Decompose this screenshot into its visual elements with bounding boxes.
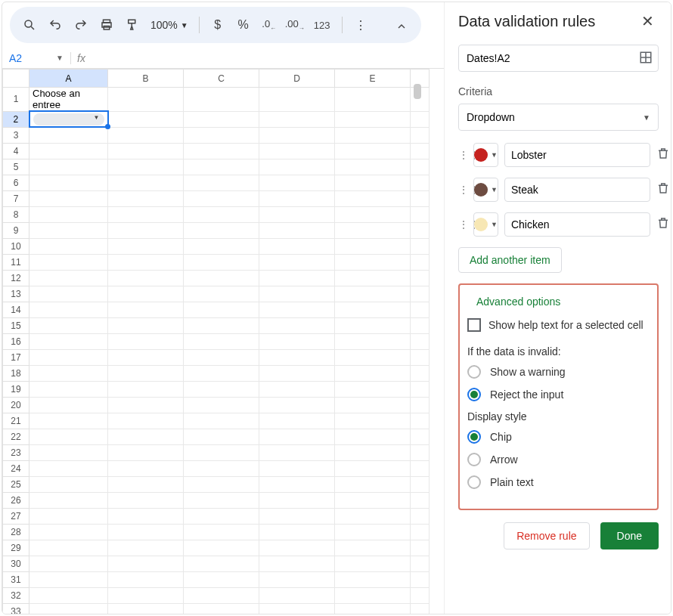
cell[interactable]: Choose an entree xyxy=(29,88,108,112)
cell[interactable] xyxy=(335,365,411,381)
cell[interactable] xyxy=(108,111,184,127)
item-label-input[interactable] xyxy=(504,143,650,167)
cell[interactable] xyxy=(29,365,108,381)
cell[interactable] xyxy=(259,413,335,429)
collapse-toolbar-icon[interactable] xyxy=(391,16,412,37)
column-header[interactable]: B xyxy=(108,70,184,88)
cell[interactable] xyxy=(335,603,411,614)
cell[interactable] xyxy=(29,159,108,175)
cell[interactable] xyxy=(259,88,335,112)
cell[interactable] xyxy=(184,508,259,524)
row-header[interactable]: 22 xyxy=(3,429,29,444)
radio-icon[interactable] xyxy=(467,388,481,401)
cell[interactable] xyxy=(184,238,259,254)
cell[interactable] xyxy=(29,333,108,349)
cell[interactable] xyxy=(184,587,259,603)
row-header[interactable]: 10 xyxy=(3,238,29,254)
drag-handle-icon[interactable]: ⋮⋮ xyxy=(458,184,467,196)
row-header[interactable]: 16 xyxy=(3,333,29,349)
cell[interactable] xyxy=(259,175,335,190)
row-header[interactable]: 29 xyxy=(3,540,29,556)
row-header[interactable]: 26 xyxy=(3,492,29,508)
cell[interactable] xyxy=(184,143,259,159)
cell[interactable] xyxy=(335,556,411,571)
cell[interactable] xyxy=(108,571,184,587)
cell[interactable] xyxy=(259,476,335,492)
cell[interactable] xyxy=(108,381,184,397)
cell[interactable] xyxy=(108,222,184,238)
cell[interactable] xyxy=(259,603,335,614)
row-header[interactable]: 15 xyxy=(3,317,29,333)
cell[interactable] xyxy=(184,603,259,614)
cell[interactable] xyxy=(29,444,108,460)
row-header[interactable]: 27 xyxy=(3,508,29,524)
cell[interactable] xyxy=(184,413,259,429)
row-header[interactable]: 30 xyxy=(3,556,29,571)
row-header[interactable]: 18 xyxy=(3,365,29,381)
cell[interactable] xyxy=(108,413,184,429)
paint-format-icon[interactable] xyxy=(120,13,144,37)
cell[interactable] xyxy=(184,397,259,413)
cell[interactable] xyxy=(184,127,259,143)
cell[interactable] xyxy=(184,254,259,270)
row-header[interactable]: 1 xyxy=(3,88,29,112)
cell[interactable] xyxy=(335,317,411,333)
color-chip-selector[interactable]: ▼ xyxy=(473,212,498,237)
cell[interactable] xyxy=(29,397,108,413)
cell[interactable] xyxy=(335,254,411,270)
name-box[interactable]: A2 ▼ xyxy=(2,51,70,65)
cell[interactable] xyxy=(108,508,184,524)
cell[interactable] xyxy=(108,270,184,286)
invalid-data-option[interactable]: Show a warning xyxy=(467,365,650,379)
cell[interactable] xyxy=(259,349,335,365)
cell[interactable] xyxy=(259,111,335,127)
cell[interactable] xyxy=(29,381,108,397)
dropdown-chip[interactable] xyxy=(33,113,104,125)
cell[interactable] xyxy=(184,492,259,508)
remove-rule-button[interactable]: Remove rule xyxy=(504,522,589,549)
cell[interactable] xyxy=(335,190,411,206)
cell[interactable] xyxy=(108,88,184,112)
cell[interactable] xyxy=(335,222,411,238)
cell[interactable] xyxy=(184,111,259,127)
cell[interactable] xyxy=(108,190,184,206)
drag-handle-icon[interactable]: ⋮⋮ xyxy=(458,149,467,161)
search-icon[interactable] xyxy=(17,13,42,37)
display-style-option[interactable]: Chip xyxy=(467,430,650,444)
cell[interactable] xyxy=(259,238,335,254)
cell[interactable] xyxy=(108,540,184,556)
cell[interactable] xyxy=(259,317,335,333)
advanced-options-title[interactable]: Advanced options xyxy=(476,296,650,308)
cell[interactable] xyxy=(108,159,184,175)
cell[interactable] xyxy=(259,286,335,302)
row-header[interactable]: 20 xyxy=(3,397,29,413)
cell[interactable] xyxy=(29,302,108,317)
cell[interactable] xyxy=(335,429,411,444)
cell[interactable] xyxy=(184,175,259,190)
cell[interactable] xyxy=(335,333,411,349)
cell[interactable] xyxy=(259,222,335,238)
cell[interactable] xyxy=(259,429,335,444)
cell[interactable] xyxy=(29,413,108,429)
cell[interactable] xyxy=(259,444,335,460)
cell[interactable] xyxy=(108,524,184,540)
cell[interactable] xyxy=(335,413,411,429)
cell[interactable] xyxy=(259,460,335,476)
row-header[interactable]: 32 xyxy=(3,587,29,603)
cell[interactable] xyxy=(184,302,259,317)
cell[interactable] xyxy=(108,587,184,603)
cell[interactable] xyxy=(184,556,259,571)
cell[interactable] xyxy=(335,111,411,127)
cell[interactable] xyxy=(29,270,108,286)
cell[interactable] xyxy=(108,286,184,302)
more-icon[interactable]: ⋮ xyxy=(349,13,373,37)
cell[interactable] xyxy=(184,159,259,175)
row-header[interactable]: 23 xyxy=(3,444,29,460)
cell[interactable] xyxy=(108,365,184,381)
cell[interactable] xyxy=(184,429,259,444)
cell[interactable] xyxy=(29,349,108,365)
display-style-option[interactable]: Arrow xyxy=(467,453,650,466)
cell[interactable] xyxy=(335,88,411,112)
color-chip-selector[interactable]: ▼ xyxy=(473,178,498,202)
cell[interactable] xyxy=(259,190,335,206)
